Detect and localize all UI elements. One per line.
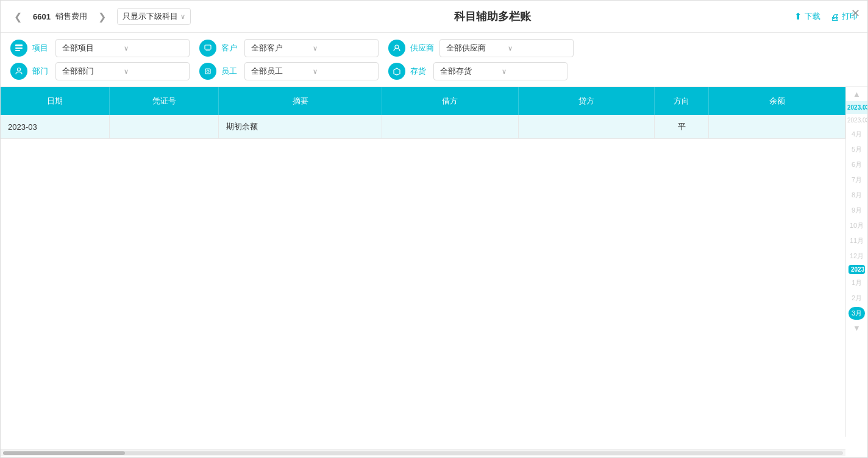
table-header-row: 日期 凭证号 摘要 借方 贷方 方向 余额 [1, 87, 845, 115]
customer-select-value: 全部客户 [251, 43, 310, 54]
col-debit: 借方 [382, 87, 518, 115]
timeline-item-10[interactable]: 10月 [846, 218, 867, 233]
download-button[interactable]: ⬆ 下载 [794, 11, 820, 22]
filter-item-department: 部门 全部部门 ∨ [10, 62, 190, 80]
department-label: 部门 [32, 66, 51, 77]
filter-item-supplier: 供应商 全部供应商 ∨ [388, 39, 574, 57]
main-window: ❮ 6601 销售费用 ❯ 只显示下级科目 ∨ 科目辅助多栏账 ⬆ 下载 🖨 打… [0, 0, 868, 458]
cell-date: 2023-03 [1, 115, 110, 139]
ledger-table: 日期 凭证号 摘要 借方 贷方 方向 余额 2023-03 期初余额 [1, 87, 845, 139]
prev-account-button[interactable]: ❮ [10, 10, 26, 24]
filter-item-customer: 客户 全部客户 ∨ [199, 39, 379, 57]
show-sub-accounts-arrow: ∨ [180, 13, 185, 21]
table-row[interactable]: 2023-03 期初余额 平 [1, 115, 845, 139]
supplier-arrow-icon: ∨ [508, 44, 567, 52]
department-select[interactable]: 全部部门 ∨ [55, 62, 190, 80]
filter-row-2: 部门 全部部门 ∨ 员工 全部员工 ∨ [10, 62, 858, 80]
timeline-down-arrow[interactable]: ▼ [846, 321, 867, 335]
col-direction: 方向 [655, 87, 709, 115]
account-code-section: 6601 销售费用 [33, 11, 87, 22]
department-select-value: 全部部门 [62, 66, 121, 77]
timeline-item-8[interactable]: 8月 [846, 188, 867, 203]
cell-direction: 平 [655, 115, 709, 139]
inventory-label: 存货 [410, 66, 429, 77]
inventory-select-value: 全部存货 [440, 66, 499, 77]
timeline-item-6[interactable]: 6月 [846, 157, 867, 172]
filter-item-employee: 员工 全部员工 ∨ [199, 62, 379, 80]
project-label: 项目 [32, 43, 51, 54]
timeline-item-7[interactable]: 7月 [846, 172, 867, 188]
project-arrow-icon: ∨ [124, 44, 183, 52]
timeline-item-2[interactable]: 2月 [846, 291, 867, 306]
timeline-item-5[interactable]: 5月 [846, 142, 867, 157]
project-icon [10, 40, 27, 57]
supplier-icon [388, 40, 405, 57]
employee-select[interactable]: 全部员工 ∨ [244, 62, 379, 80]
download-label: 下载 [805, 11, 820, 22]
svg-point-7 [207, 70, 209, 72]
timeline-item-11[interactable]: 11月 [846, 233, 867, 248]
col-summary: 摘要 [219, 87, 382, 115]
account-code-label: 6601 [33, 12, 51, 21]
close-button[interactable]: ✕ [851, 7, 860, 20]
svg-rect-2 [15, 50, 20, 51]
svg-rect-6 [205, 69, 210, 74]
page-title: 科目辅助多栏账 [198, 9, 787, 24]
col-credit: 贷方 [518, 87, 654, 115]
employee-select-value: 全部员工 [251, 66, 310, 77]
filter-bar: 项目 全部项目 ∨ 客户 全部客户 ∨ [1, 33, 867, 87]
next-account-button[interactable]: ❯ [94, 10, 110, 24]
timeline-item-2023-03[interactable]: 2023.03 [846, 114, 867, 127]
supplier-select-value: 全部供应商 [446, 43, 505, 54]
cell-credit [518, 115, 654, 139]
table-area[interactable]: 日期 凭证号 摘要 借方 贷方 方向 余额 2023-03 期初余额 [1, 87, 845, 449]
customer-select[interactable]: 全部客户 ∨ [244, 39, 379, 57]
cell-balance [709, 115, 845, 139]
download-icon: ⬆ [794, 11, 802, 22]
project-select-value: 全部项目 [62, 43, 121, 54]
inventory-arrow-icon: ∨ [502, 68, 561, 76]
show-sub-accounts-filter[interactable]: 只显示下级科目 ∨ [117, 8, 191, 25]
timeline-item-1[interactable]: 1月 [846, 275, 867, 291]
inventory-select[interactable]: 全部存货 ∨ [433, 62, 567, 80]
horizontal-scrollbar[interactable] [1, 449, 845, 456]
filter-item-project: 项目 全部项目 ∨ [10, 39, 190, 57]
timeline-year-2023[interactable]: 2023 [848, 265, 865, 274]
scrollbar-thumb [3, 451, 125, 455]
timeline-item-3-current[interactable]: 3月 [848, 307, 865, 320]
print-icon: 🖨 [830, 12, 839, 22]
col-voucher: 凭证号 [110, 87, 219, 115]
col-balance: 余额 [709, 87, 845, 115]
timeline-item-4[interactable]: 4月 [846, 127, 867, 142]
timeline-item-9[interactable]: 9月 [846, 203, 867, 218]
employee-label: 员工 [221, 66, 240, 77]
svg-rect-1 [15, 48, 23, 49]
header-actions: ⬆ 下载 🖨 打印 [794, 11, 858, 22]
project-select[interactable]: 全部项目 ∨ [55, 39, 190, 57]
customer-icon [199, 40, 216, 57]
timeline-item-12[interactable]: 12月 [846, 248, 867, 264]
supplier-label: 供应商 [410, 43, 435, 54]
filter-item-inventory: 存货 全部存货 ∨ [388, 62, 567, 80]
inventory-icon [388, 63, 405, 80]
department-icon [10, 63, 27, 80]
cell-summary: 期初余额 [219, 115, 382, 139]
cell-debit [382, 115, 518, 139]
svg-rect-3 [205, 45, 211, 49]
svg-point-5 [18, 68, 21, 71]
timeline-item-2023-03-selected[interactable]: 2023.03 [846, 101, 867, 114]
filter-row-1: 项目 全部项目 ∨ 客户 全部客户 ∨ [10, 39, 858, 57]
col-date: 日期 [1, 87, 110, 115]
supplier-select[interactable]: 全部供应商 ∨ [439, 39, 574, 57]
svg-rect-0 [15, 44, 23, 46]
show-sub-accounts-label: 只显示下级科目 [123, 11, 178, 22]
cell-voucher [110, 115, 219, 139]
side-timeline: ▲ 2023.03 2023.03 4月 5月 6月 7月 8月 9月 10月 … [845, 87, 867, 437]
customer-arrow-icon: ∨ [313, 44, 372, 52]
main-content: 日期 凭证号 摘要 借方 贷方 方向 余额 2023-03 期初余额 [1, 87, 867, 456]
employee-arrow-icon: ∨ [313, 68, 372, 76]
customer-label: 客户 [221, 43, 240, 54]
employee-icon [199, 63, 216, 80]
header: ❮ 6601 销售费用 ❯ 只显示下级科目 ∨ 科目辅助多栏账 ⬆ 下载 🖨 打… [1, 1, 867, 33]
timeline-up-arrow[interactable]: ▲ [846, 87, 867, 101]
